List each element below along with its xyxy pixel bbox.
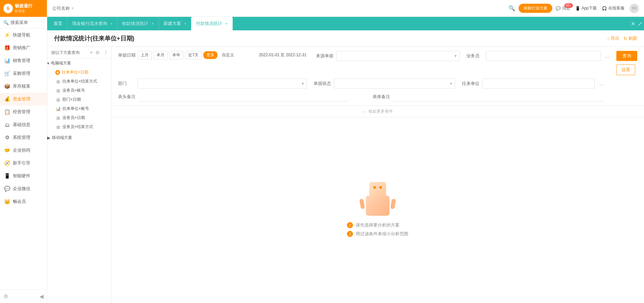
- empty-illustration: [357, 182, 398, 216]
- body-note-input-area[interactable]: [393, 92, 604, 101]
- collapse-icon: ︿: [363, 109, 367, 114]
- filter-counterpart: 往来单位 ...: [462, 79, 604, 89]
- sidebar-item-marketing[interactable]: 🎁 营销推广: [0, 41, 47, 54]
- source-select[interactable]: ▾: [336, 51, 459, 61]
- sidebar-item-member[interactable]: 👑 畅会员: [0, 195, 47, 208]
- user-menu[interactable]: Rit: [630, 4, 639, 13]
- staff-select[interactable]: [486, 51, 601, 61]
- sidebar-settings-icon[interactable]: ⚙: [3, 293, 8, 300]
- custom-btn[interactable]: 自定义: [219, 51, 237, 59]
- source-label: 来源单据: [316, 53, 333, 59]
- sidebar-item-sales[interactable]: 📊 销售管理: [0, 54, 47, 67]
- app-download-btn[interactable]: 📱 App下载: [575, 5, 597, 11]
- sidebar-item-collab[interactable]: 🤝 企业协同: [0, 144, 47, 157]
- counterpart-select[interactable]: [482, 79, 595, 89]
- sidebar-item-system[interactable]: ⚙ 系统管理: [0, 131, 47, 144]
- message-icon: 💬: [556, 6, 561, 11]
- refresh-btn[interactable]: ↻ 刷新: [623, 35, 637, 41]
- sidebar-item-label: 基础信息: [13, 122, 30, 128]
- scheme-sub-pc: 往来单位+日期 ▦ 往来单位+结算方式 ▦ 业务员+账号 ▦ 部门+日期: [47, 68, 111, 131]
- filter-settings-btn[interactable]: 设置: [616, 64, 635, 75]
- this-year-btn[interactable]: 本年: [169, 51, 183, 59]
- tab-home[interactable]: 首页: [49, 17, 67, 30]
- query-btn[interactable]: 查询: [616, 51, 637, 61]
- top-header: 公司名称 ▾ 🔍 体验行业方案 💬 消息 99+ 📱 App下载 🎧 在线客服 …: [47, 0, 644, 17]
- more-btn[interactable]: 更多: [203, 51, 217, 59]
- scheme-item-dept-date[interactable]: ▦ 部门+日期: [53, 95, 111, 104]
- scheme-section-mobile-title[interactable]: ▶ 移动端方案: [47, 133, 111, 142]
- tab-close-all-icon[interactable]: ✕: [631, 21, 635, 27]
- tab-new-scheme-close[interactable]: ×: [184, 22, 186, 26]
- app-name: 畅捷通行: [15, 3, 32, 9]
- scheme-item-label: 业务员+日期: [62, 115, 85, 121]
- search-menu-label: 搜索菜单: [10, 20, 28, 26]
- sidebar-item-operation[interactable]: 📋 经营管理: [0, 105, 47, 118]
- last-month-btn[interactable]: 上月: [138, 51, 152, 59]
- header-settings-icon[interactable]: 🔍: [508, 5, 515, 11]
- export-btn[interactable]: ↑ 导出: [607, 35, 620, 41]
- filter-row-1: 单据日期 上月 本月 本年 近7天 更多 自定义 2022-01-01 至 20…: [118, 51, 637, 75]
- sidebar-collapse-icon[interactable]: ◀: [39, 293, 43, 300]
- sidebar-nav: ⚡ 快捷导航 🎁 营销推广 📊 销售管理 🛒 采购管理 📦 库存核算 💰 资金管…: [0, 29, 47, 290]
- scheme-item-staff-date[interactable]: ▦ 业务员+日期: [53, 113, 111, 122]
- header-note-input-area[interactable]: [138, 92, 349, 101]
- scheme-section-mobile-label: 移动端方案: [52, 135, 72, 141]
- sidebar-item-inventory[interactable]: 📦 库存核算: [0, 80, 47, 93]
- empty-tip-1: 1 请先选择要分析的方案: [347, 221, 408, 230]
- basics-icon: 🗂: [4, 122, 10, 128]
- service-btn[interactable]: 🎧 在线客服: [602, 5, 624, 11]
- sidebar-item-wechat[interactable]: 💬 企业微信: [0, 182, 47, 195]
- sidebar-item-guide[interactable]: 🧭 新手引导: [0, 157, 47, 170]
- main-area: 公司名称 ▾ 🔍 体验行业方案 💬 消息 99+ 📱 App下载 🎧 在线客服 …: [47, 0, 644, 303]
- panel-collapse-icon[interactable]: 《: [103, 50, 107, 56]
- app-edition: 标准版: [15, 9, 32, 13]
- message-btn[interactable]: 💬 消息 99+: [556, 5, 570, 11]
- tab-receipts-stat-label: 收款情况统计: [122, 21, 148, 27]
- scheme-item-counterpart-settle[interactable]: ▦ 往来单位+结算方式: [53, 77, 111, 86]
- scheme-item-label: 业务员+结算方式: [62, 124, 93, 130]
- sidebar-item-label: 经营管理: [13, 109, 30, 115]
- trial-btn[interactable]: 体验行业方案: [519, 4, 552, 13]
- counterpart-dots[interactable]: ...: [599, 81, 604, 87]
- scheme-item-staff-settle[interactable]: ▦ 业务员+结算方式: [53, 122, 111, 131]
- sidebar-item-capital[interactable]: 💰 资金管理: [0, 93, 47, 105]
- sidebar-item-hardware[interactable]: 📱 智能硬件: [0, 170, 47, 182]
- scheme-item-label: 业务员+账号: [62, 88, 85, 93]
- this-month-btn[interactable]: 本月: [153, 51, 168, 59]
- scheme-item-counterpart-date[interactable]: 往来单位+日期: [53, 68, 111, 77]
- tab-new-scheme[interactable]: 新建方案 ×: [159, 17, 191, 30]
- tab-bank-flow-close[interactable]: ×: [110, 22, 112, 26]
- dept-select[interactable]: ▾: [138, 79, 307, 89]
- service-label: 在线客服: [608, 5, 624, 11]
- staff-dots[interactable]: ...: [605, 53, 610, 59]
- doc-status-select-arrow: ▾: [450, 81, 452, 86]
- last-7-days-btn[interactable]: 近7天: [185, 51, 202, 59]
- tab-receipts-stat-close[interactable]: ×: [151, 22, 153, 26]
- sidebar-item-quick-nav[interactable]: ⚡ 快捷导航: [0, 29, 47, 41]
- scheme-section-pc-title[interactable]: ▾ 电脑端方案: [47, 59, 111, 68]
- search-icon: 🔍: [3, 20, 9, 25]
- tab-payment-stat[interactable]: 付款情况统计 ×: [191, 17, 232, 30]
- tab-receipts-stat[interactable]: 收款情况统计 ×: [117, 17, 158, 30]
- sidebar-item-purchase[interactable]: 🛒 采购管理: [0, 67, 47, 80]
- collapse-btn[interactable]: ︿ 收起更多条件: [363, 109, 393, 114]
- panel-add-icon[interactable]: +: [90, 50, 93, 56]
- scheme-item-staff-account[interactable]: ▦ 业务员+账号: [53, 86, 111, 95]
- system-icon: ⚙: [4, 134, 10, 141]
- doc-status-select[interactable]: ▾: [334, 79, 455, 89]
- export-icon: ↑: [607, 36, 610, 41]
- sidebar-item-label: 新手引导: [13, 160, 30, 166]
- tab-payment-stat-close[interactable]: ×: [225, 22, 227, 26]
- sidebar-item-basics[interactable]: 🗂 基础信息: [0, 118, 47, 131]
- app-icon: 📱: [575, 6, 580, 11]
- panel-settings-icon[interactable]: ⚙: [95, 50, 100, 55]
- sidebar-item-label: 畅会员: [13, 199, 26, 205]
- filter-source: 来源单据 ▾: [316, 51, 459, 61]
- sidebar-item-label: 采购管理: [13, 70, 30, 77]
- tab-bank-flow[interactable]: 现金银行流水查询 ×: [67, 17, 117, 30]
- scheme-item-counterpart-account[interactable]: 📊 往来单位+账号: [53, 104, 111, 113]
- inventory-icon: 📦: [4, 83, 10, 89]
- search-menu[interactable]: 🔍 搜索菜单: [0, 17, 47, 29]
- tab-expand-icon[interactable]: ⤢: [638, 21, 642, 27]
- header-right: 💬 消息 99+ 📱 App下载 🎧 在线客服 Rit: [556, 4, 639, 13]
